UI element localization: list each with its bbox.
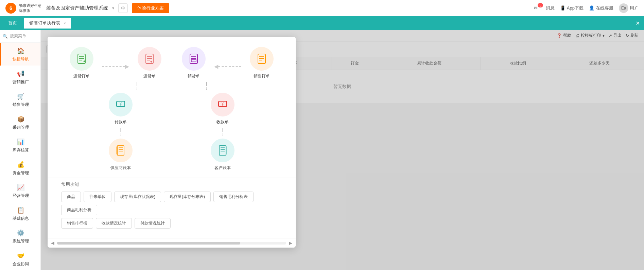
scroll-left-arrow[interactable]: ◀ xyxy=(51,240,54,246)
flow-node-sales-bill[interactable]: 销货单 xyxy=(173,47,214,79)
sidebar-item-operations[interactable]: 📈 经营管理 xyxy=(0,179,40,202)
sidebar-label-basic-info: 基础信息 xyxy=(13,216,29,221)
sidebar-item-basic-info[interactable]: 📋 基础信息 xyxy=(0,202,40,225)
header-center: 装备及固定资产辅助管理系统 ▾ ⚙ 体验行业方案 xyxy=(46,3,534,13)
arrow-sales-order-to-bill: ◀ xyxy=(214,63,241,79)
sidebar-label-system: 系统管理 xyxy=(13,238,29,244)
flow-node-receipt[interactable]: ¥ 收款单 xyxy=(202,93,243,125)
payment-label: 付款单 xyxy=(115,119,127,125)
svg-text:¥: ¥ xyxy=(119,102,122,107)
flow-node-purchase-order[interactable]: 进货订单 xyxy=(61,47,102,79)
func-btn-goods[interactable]: 商品 xyxy=(61,192,81,202)
flow-modal: 进货订单 ▶ xyxy=(48,37,296,248)
download-icon: 📱 xyxy=(560,5,565,11)
sales-bill-icon xyxy=(182,47,206,71)
svg-text:¥: ¥ xyxy=(221,102,224,107)
customer-ledger-label: 客户账本 xyxy=(214,165,231,171)
flow-node-sales-order[interactable]: 销售订单 xyxy=(241,47,282,79)
sidebar-item-cooperation[interactable]: 🤝 企业协同 xyxy=(0,248,40,270)
func-buttons-row2: 销售排行榜 收款情况统计 付款情况统计 xyxy=(61,218,282,229)
scroll-right-arrow[interactable]: ▶ xyxy=(289,240,292,246)
svg-rect-20 xyxy=(117,146,124,155)
tab-sales-order-execution[interactable]: 销售订单执行表 × xyxy=(24,18,71,29)
content-area: ❓ 帮助 🖨 按模板打印 ▾ ↗ 导出 ↻ 刷新 yyyy-mm-dd 📅 xyxy=(41,30,644,270)
func-btn-stock-status[interactable]: 现存量(库存状况表) xyxy=(114,192,161,202)
func-btn-sales-gross[interactable]: 销售毛利分析表 xyxy=(213,192,254,202)
settings-button[interactable]: ⚙ xyxy=(118,3,128,13)
sales-order-icon xyxy=(250,47,274,71)
flow-node-purchase-bill[interactable]: 进货单 xyxy=(129,47,170,79)
func-btn-goods-gross[interactable]: 商品毛利分析 xyxy=(61,205,97,215)
message-badge: 5 xyxy=(538,3,543,7)
nav-tabs: 首页 销售订单执行表 × ✕ xyxy=(0,16,644,30)
func-btn-sales-rank[interactable]: 销售排行榜 xyxy=(61,218,93,229)
purchase-order-label: 进货订单 xyxy=(73,73,90,79)
inventory-icon: 📊 xyxy=(17,138,25,146)
tab-home[interactable]: 首页 xyxy=(3,18,22,29)
arrow-sales-bill-down: | ↓ xyxy=(206,81,208,91)
finance-icon: 💰 xyxy=(17,161,25,169)
arrow-purchase-bill-down: | ↓ xyxy=(136,81,138,91)
message-button[interactable]: ✉ 5 消息 xyxy=(534,5,555,11)
app-download-button[interactable]: 📱 App下载 xyxy=(560,5,584,11)
sidebar-item-purchase[interactable]: 📦 采购管理 xyxy=(0,111,40,134)
sidebar-label-sales: 销售管理 xyxy=(13,102,29,108)
operations-icon: 📈 xyxy=(17,183,25,192)
search-icon: 🔍 xyxy=(3,34,8,39)
message-icon: ✉ xyxy=(534,5,538,11)
svg-rect-25 xyxy=(219,146,226,155)
top-header: 6 畅康通好生意 标惟版 装备及固定资产辅助管理系统 ▾ ⚙ 体验行业方案 ✉ … xyxy=(0,0,644,16)
func-btn-payment-stats[interactable]: 付款情况统计 xyxy=(135,218,171,229)
receipt-label: 收款单 xyxy=(216,119,229,125)
logo-text: 畅康通好生意 标惟版 xyxy=(19,3,41,13)
purchase-bill-label: 进货单 xyxy=(143,73,156,79)
sidebar-label-quick-nav: 快捷导航 xyxy=(13,56,29,62)
purchase-bill-icon xyxy=(138,47,161,71)
svg-rect-11 xyxy=(191,59,196,62)
arrow-receipt-down: | ↓ xyxy=(222,127,224,137)
basic-info-icon: 📋 xyxy=(17,206,25,214)
flow-node-supplier-ledger[interactable]: 供应商账本 xyxy=(100,139,141,171)
close-all-button[interactable]: ✕ xyxy=(636,20,640,26)
user-menu[interactable]: Ea 用户 xyxy=(619,3,639,13)
sidebar-item-inventory[interactable]: 📊 库存核算 xyxy=(0,134,40,157)
main-layout: 🔍 搜索菜单 🏠 快捷导航 📢 营销推广 🛒 销售管理 📦 采购管理 📊 库存核… xyxy=(0,30,644,270)
scroll-track[interactable] xyxy=(57,242,286,245)
horizontal-scrollbar[interactable]: ◀ ▶ xyxy=(48,238,296,248)
func-btn-stock-dist[interactable]: 现存量(库存分布表) xyxy=(164,192,211,202)
logo-area: 6 畅康通好生意 标惟版 xyxy=(5,3,46,14)
service-icon: 👤 xyxy=(589,5,594,11)
cooperation-icon: 🤝 xyxy=(17,252,25,260)
arrow-payment-down: | ↓ xyxy=(120,127,122,137)
sidebar: 🔍 搜索菜单 🏠 快捷导航 📢 营销推广 🛒 销售管理 📦 采购管理 📊 库存核… xyxy=(0,30,41,270)
sidebar-item-system[interactable]: ⚙️ 系统管理 xyxy=(0,225,40,248)
dropdown-arrow-icon[interactable]: ▾ xyxy=(112,6,114,11)
quick-nav-icon: 🏠 xyxy=(17,47,25,55)
sidebar-item-quick-nav[interactable]: 🏠 快捷导航 xyxy=(0,43,40,66)
online-service-button[interactable]: 👤 在线客服 xyxy=(589,5,613,11)
sidebar-search-area[interactable]: 🔍 搜索菜单 xyxy=(0,30,40,43)
flow-section: 进货订单 ▶ xyxy=(48,37,296,178)
avatar: Ea xyxy=(619,3,628,13)
arrow-purchase-order-to-bill: ▶ xyxy=(102,63,129,79)
logo-icon: 6 xyxy=(5,3,16,14)
modal-overlay[interactable]: 进货订单 ▶ xyxy=(41,30,644,270)
sidebar-label-inventory: 库存核算 xyxy=(13,147,29,153)
sidebar-item-finance[interactable]: 💰 资金管理 xyxy=(0,157,40,179)
common-functions-title: 常用功能 xyxy=(61,181,282,187)
supplier-ledger-icon xyxy=(109,139,133,162)
experience-button[interactable]: 体验行业方案 xyxy=(132,3,169,13)
system-icon: ⚙️ xyxy=(17,229,25,237)
tab-close-icon[interactable]: × xyxy=(64,21,66,25)
system-title: 装备及固定资产辅助管理系统 xyxy=(46,5,108,11)
sidebar-label-finance: 资金管理 xyxy=(13,170,29,176)
flow-node-payment[interactable]: ¥ 付款单 xyxy=(100,93,141,125)
flow-node-customer-ledger[interactable]: 客户账本 xyxy=(202,139,243,171)
func-btn-contacts[interactable]: 往来单位 xyxy=(84,192,111,202)
func-btn-receipt-stats[interactable]: 收款情况统计 xyxy=(96,218,132,229)
sidebar-item-marketing[interactable]: 📢 营销推广 xyxy=(0,66,40,88)
scroll-thumb xyxy=(57,242,240,245)
customer-ledger-icon xyxy=(211,139,234,162)
sidebar-item-sales[interactable]: 🛒 销售管理 xyxy=(0,88,40,111)
sidebar-label-cooperation: 企业协同 xyxy=(13,261,29,267)
